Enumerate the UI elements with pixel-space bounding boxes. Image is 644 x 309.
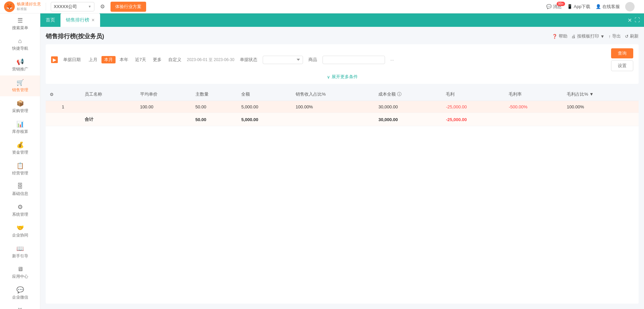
status-select[interactable] <box>263 56 303 64</box>
top-right-area: 💬 消息 99+ 📱 App下载 👤 在线客服 <box>546 2 640 11</box>
sidebar-item-purchase[interactable]: 📦 采购管理 <box>0 96 40 117</box>
date-opt-custom[interactable]: 自定义 <box>166 56 184 63</box>
sidebar-item-label: 库存核算 <box>12 129 28 135</box>
export-button[interactable]: ↑ 导出 <box>609 33 621 39</box>
sidebar-item-search-menu[interactable]: ☰ 搜索菜单 <box>0 13 40 34</box>
avatar[interactable] <box>625 2 635 11</box>
tab-close-icon[interactable]: ✕ <box>91 18 95 22</box>
date-opt-last-month[interactable]: 上月 <box>86 56 100 63</box>
right-buttons: 查询 设置 <box>611 48 633 71</box>
date-opt-7days[interactable]: 近7天 <box>132 56 149 63</box>
sidebar-item-label: 基础信息 <box>12 191 28 197</box>
purchase-icon: 📦 <box>16 100 24 107</box>
date-options: 上月 本月 本年 近7天 更多 自定义 2023-06-01 至 2023-06… <box>86 56 234 63</box>
table-container: ⚙ 员工名称 平均单价 主数量 全额 销售收入占比% 成本全额 ⓘ 毛利 毛利率 <box>46 88 639 304</box>
sidebar-item-label: 采购管理 <box>12 108 28 114</box>
cell-profit-pct: 100.00% <box>563 101 639 113</box>
quick-nav-icon: ⌂ <box>18 38 22 45</box>
sidebar-item-operations[interactable]: 📋 经营管理 <box>0 159 40 179</box>
tab-bar: 首页 销售排行榜 ✕ ✕ ⛶ <box>40 13 644 27</box>
date-opt-this-year[interactable]: 本年 <box>117 56 131 63</box>
table-header-row: ⚙ 员工名称 平均单价 主数量 全额 销售收入占比% 成本全额 ⓘ 毛利 毛利率 <box>46 88 639 101</box>
export-label: 导出 <box>612 33 621 39</box>
chevron-down-icon: ▼ <box>88 5 91 8</box>
enterprise-icon: 🤝 <box>16 224 24 231</box>
footer-amount: 5,000.00 <box>237 113 292 126</box>
col-profit-rate: 毛利率 <box>505 88 563 101</box>
tab-sales-ranking[interactable]: 销售排行榜 ✕ <box>60 13 100 27</box>
company-selector[interactable]: XXXXX公司 ▼ <box>51 2 94 11</box>
sidebar-item-guide[interactable]: 📖 新手引导 <box>0 242 40 262</box>
app-label: App下载 <box>574 4 590 10</box>
cell-settings <box>46 101 58 113</box>
print-label: 按模板打印 <box>577 33 599 39</box>
marketing-icon: 📢 <box>16 58 24 65</box>
footer-cell-empty2 <box>58 113 81 126</box>
sidebar-item-apps[interactable]: 🖥 应用中心 <box>0 262 40 283</box>
gear-icon[interactable]: ⚙ <box>50 92 54 97</box>
sidebar-item-label: 应用中心 <box>12 274 28 279</box>
sidebar-item-inventory[interactable]: 📊 库存核算 <box>0 117 40 138</box>
sidebar-item-quick-nav[interactable]: ⌂ 快捷导航 <box>0 34 40 55</box>
sales-icon: 🛒 <box>16 79 24 86</box>
col-profit-pct: 毛利占比% ▼ <box>563 88 639 101</box>
sidebar-item-label: 企业微信 <box>12 295 28 300</box>
help-label: 帮助 <box>559 33 567 39</box>
help-button[interactable]: ❓ 帮助 <box>552 33 567 39</box>
sidebar-item-finance[interactable]: 💰 资金管理 <box>0 138 40 159</box>
logo-sub: 标准版 <box>17 7 41 11</box>
cell-sales-pct: 100.00% <box>292 101 374 113</box>
print-chevron-icon: ▼ <box>600 34 605 39</box>
sidebar-item-label: 系统管理 <box>12 212 28 217</box>
col-avg-price: 平均单价 <box>136 88 191 101</box>
print-button[interactable]: 🖨 按模板打印 ▼ <box>571 33 605 39</box>
sidebar-item-sales[interactable]: 🛒 销售管理 <box>0 75 40 96</box>
sidebar-item-basic-info[interactable]: 🗄 基础信息 <box>0 179 40 200</box>
col-profit: 毛利 <box>442 88 505 101</box>
footer-qty: 50.00 <box>191 113 238 126</box>
export-icon: ↑ <box>609 34 611 39</box>
system-icon: ⚙ <box>17 203 23 211</box>
sidebar-item-enterprise[interactable]: 🤝 企业协同 <box>0 221 40 242</box>
refresh-button[interactable]: ↺ 刷新 <box>625 33 639 39</box>
query-button[interactable]: 查询 <box>611 48 633 58</box>
tab-home[interactable]: 首页 <box>40 13 60 27</box>
sidebar-item-label: 销售管理 <box>12 87 28 93</box>
table-settings-button[interactable]: 设置 <box>611 60 633 71</box>
tab-maximize-icon[interactable]: ⛶ <box>635 17 640 23</box>
sidebar-item-wechat[interactable]: 💬 企业微信 <box>0 283 40 304</box>
tab-minimize-icon[interactable]: ✕ <box>628 17 632 23</box>
tab-home-label: 首页 <box>46 17 55 23</box>
apps-icon: 🖥 <box>17 266 23 273</box>
more-filters-icon[interactable]: ··· <box>390 57 394 62</box>
cell-rank: 1 <box>58 101 81 113</box>
inventory-icon: 📊 <box>16 120 24 128</box>
messages-button[interactable]: 💬 消息 99+ <box>546 4 562 10</box>
footer-row: 合计 50.00 5,000.00 30,000.00 -25,000.00 <box>46 113 639 126</box>
online-service-button[interactable]: 👤 在线客服 <box>596 4 620 10</box>
footer-label: 合计 <box>81 113 136 126</box>
divider <box>46 3 46 11</box>
expand-filter-button[interactable]: ▶ <box>51 56 58 63</box>
sidebar-item-label: 经营管理 <box>12 170 28 176</box>
footer-cell-empty1 <box>46 113 58 126</box>
expand-more-button[interactable]: ∨ 展开更多条件 <box>51 74 633 80</box>
goods-label: 商品 <box>308 57 317 63</box>
settings-icon[interactable]: ⚙ <box>98 2 107 11</box>
message-icon: 💬 <box>546 4 552 9</box>
company-name: XXXXX公司 <box>54 4 87 10</box>
cell-profit: -25,000.00 <box>442 101 505 113</box>
table-footer: 合计 50.00 5,000.00 30,000.00 -25,000.00 <box>46 113 639 126</box>
goods-input[interactable] <box>323 56 385 64</box>
sidebar-item-system[interactable]: ⚙ 系统管理 <box>0 200 40 221</box>
date-opt-more[interactable]: 更多 <box>150 56 164 63</box>
col-settings[interactable]: ⚙ <box>46 88 58 101</box>
app-download-button[interactable]: 📱 App下载 <box>567 4 590 10</box>
date-opt-this-month[interactable]: 本月 <box>101 56 116 63</box>
trial-button[interactable]: 体验行业方案 <box>111 2 146 12</box>
sidebar-item-member[interactable]: V 畅会员 <box>0 304 40 309</box>
sidebar: ☰ 搜索菜单 ⌂ 快捷导航 📢 营销推广 🛒 销售管理 📦 采购管理 📊 库 <box>0 13 40 309</box>
sidebar-item-marketing[interactable]: 📢 营销推广 <box>0 55 40 75</box>
date-range: 2023-06-01 至 2023-06-30 <box>187 57 234 63</box>
member-icon: V <box>18 307 22 309</box>
